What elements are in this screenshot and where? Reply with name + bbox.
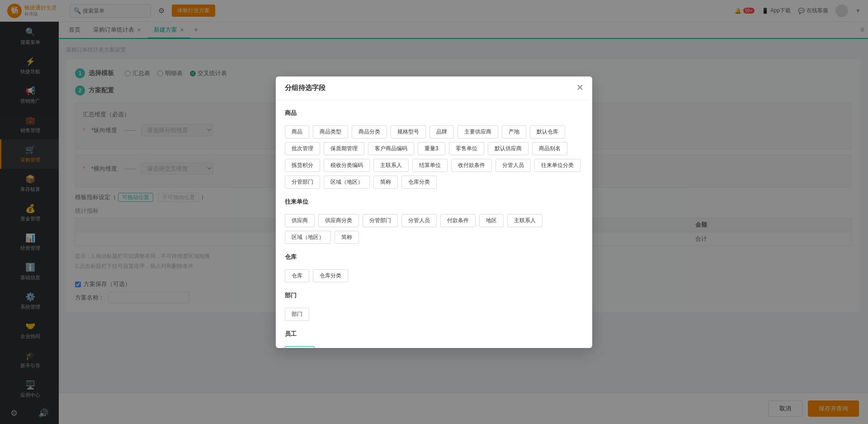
- modal-header: 分组待选字段 ✕: [276, 76, 592, 100]
- field-btn-contact[interactable]: 主联系人: [507, 214, 542, 227]
- section-goods-title: 商品: [285, 109, 583, 120]
- field-btn-goods-cat[interactable]: 商品分类: [352, 125, 387, 138]
- field-btn-origin[interactable]: 产地: [502, 125, 526, 138]
- field-btn-brand[interactable]: 品牌: [429, 125, 454, 138]
- field-btn-spec[interactable]: 规格型号: [391, 125, 426, 138]
- field-btn-default-supplier[interactable]: 默认供应商: [488, 142, 528, 155]
- modal-close-button[interactable]: ✕: [576, 84, 583, 92]
- field-btn-default-warehouse[interactable]: 默认仓库: [530, 125, 565, 138]
- field-btn-retail-unit[interactable]: 零售单位: [449, 142, 484, 155]
- modal-body[interactable]: 商品 商品 商品类型 商品分类 规格型号 品牌 主要供应商 产地 默认仓库 批次…: [276, 100, 592, 348]
- field-btn-supplier[interactable]: 供应商: [285, 214, 315, 227]
- field-btn-customer-code[interactable]: 客户商品编码: [368, 142, 414, 155]
- section-warehouse: 仓库 仓库 仓库分类: [285, 253, 583, 282]
- field-btn-batch-mgmt[interactable]: 批次管理: [285, 142, 320, 155]
- counterpart-field-grid: 供应商 供应商分类 分管部门 分管人员 付款条件 地区 主联系人 区域（地区） …: [285, 214, 583, 244]
- field-btn-dept[interactable]: 部门: [285, 308, 309, 321]
- field-btn-weight[interactable]: 重量3: [418, 142, 445, 155]
- field-btn-mgmt-dept[interactable]: 分管部门: [285, 176, 320, 189]
- field-btn-salesperson[interactable]: 业务员: [285, 346, 315, 348]
- section-department: 部门 部门: [285, 291, 583, 321]
- section-warehouse-title: 仓库: [285, 253, 583, 264]
- warehouse-field-grid: 仓库 仓库分类: [285, 269, 583, 282]
- section-counterpart: 往来单位 供应商 供应商分类 分管部门 分管人员 付款条件 地区 主联系人 区域…: [285, 198, 583, 244]
- field-btn-region2[interactable]: 区域（地区）: [285, 231, 331, 244]
- employee-field-grid: 业务员: [285, 346, 583, 348]
- field-btn-manager[interactable]: 分管人员: [495, 159, 531, 172]
- field-btn-mgmt-dept2[interactable]: 分管部门: [363, 214, 398, 227]
- field-btn-short2[interactable]: 简称: [335, 231, 359, 244]
- field-btn-alias[interactable]: 商品别名: [532, 142, 567, 155]
- field-btn-region[interactable]: 区域（地区）: [324, 176, 370, 189]
- field-btn-main-contact[interactable]: 主联系人: [373, 159, 409, 172]
- field-btn-mgmt-person2[interactable]: 分管人员: [401, 214, 437, 227]
- field-btn-expiry-mgmt[interactable]: 保质期管理: [324, 142, 364, 155]
- field-btn-goods[interactable]: 商品: [285, 125, 309, 138]
- section-dept-title: 部门: [285, 291, 583, 302]
- dept-field-grid: 部门: [285, 308, 583, 321]
- field-btn-main-supplier[interactable]: 主要供应商: [458, 125, 498, 138]
- field-btn-wh-cat[interactable]: 仓库分类: [401, 176, 437, 189]
- goods-field-grid: 商品 商品类型 商品分类 规格型号 品牌 主要供应商 产地 默认仓库 批次管理 …: [285, 125, 583, 189]
- field-btn-settle-unit[interactable]: 结算单位: [412, 159, 448, 172]
- field-btn-payment-terms[interactable]: 收付款条件: [451, 159, 492, 172]
- section-goods: 商品 商品 商品类型 商品分类 规格型号 品牌 主要供应商 产地 默认仓库 批次…: [285, 109, 583, 189]
- section-counterpart-title: 往来单位: [285, 198, 583, 209]
- modal-overlay: 分组待选字段 ✕ 商品 商品 商品类型 商品分类 规格型号 品牌 主要供应商 产…: [0, 0, 868, 424]
- field-btn-warehouse[interactable]: 仓库: [285, 269, 309, 282]
- section-employee-title: 员工: [285, 330, 583, 341]
- field-btn-cp-cat[interactable]: 往来单位分类: [534, 159, 580, 172]
- field-btn-supplier-cat[interactable]: 供应商分类: [318, 214, 359, 227]
- field-selection-modal: 分组待选字段 ✕ 商品 商品 商品类型 商品分类 规格型号 品牌 主要供应商 产…: [276, 76, 592, 348]
- section-employee: 员工 业务员: [285, 330, 583, 348]
- field-btn-short-name[interactable]: 简称: [373, 176, 398, 189]
- field-btn-warehouse-cat[interactable]: 仓库分类: [313, 269, 348, 282]
- field-btn-goods-type[interactable]: 商品类型: [313, 125, 348, 138]
- field-btn-tax-code[interactable]: 税收分类编码: [324, 159, 370, 172]
- field-btn-payment-cond[interactable]: 付款条件: [440, 214, 476, 227]
- modal-title: 分组待选字段: [285, 84, 326, 92]
- field-btn-pick-points[interactable]: 拣货积分: [285, 159, 320, 172]
- field-btn-district[interactable]: 地区: [479, 214, 504, 227]
